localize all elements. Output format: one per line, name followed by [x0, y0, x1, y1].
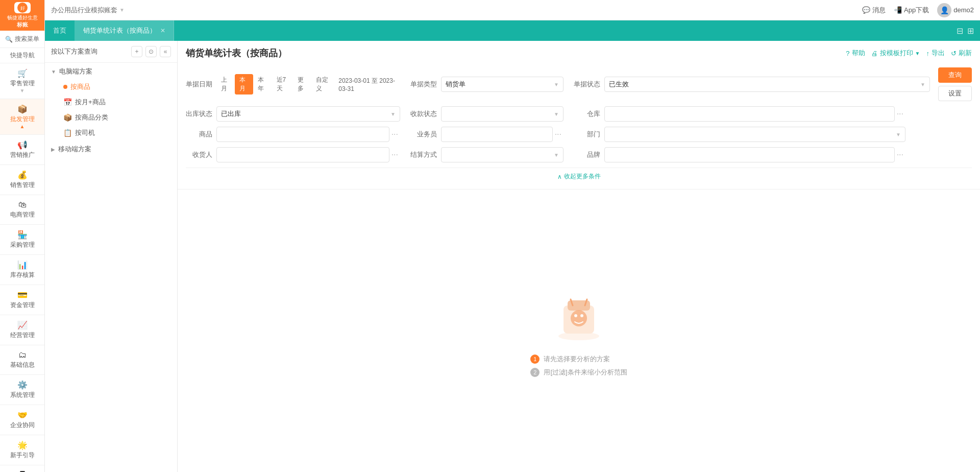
warehouse-input[interactable]	[604, 106, 895, 122]
date-tab-more[interactable]: 更多	[293, 74, 311, 95]
marketing-icon: 📢	[17, 140, 28, 150]
app-download-label: App下载	[904, 6, 929, 15]
msg-button[interactable]: 💬 消息	[862, 6, 886, 15]
export-icon: ↑	[926, 50, 930, 57]
enterprise-icon: 🤝	[17, 410, 28, 420]
query-button[interactable]: 查询	[938, 67, 972, 83]
date-tab-current-month[interactable]: 本月	[235, 74, 253, 95]
date-tab-7days[interactable]: 近7天	[272, 74, 293, 95]
type-label: 单据类型	[410, 80, 441, 89]
tree-children-desktop: 按商品 📅 按月+商品 📦 按商品分类 📋 按司机	[51, 79, 171, 140]
category-icon: 📦	[63, 113, 72, 122]
goods-field: 商品 ···	[186, 127, 400, 142]
sidebar-item-basic[interactable]: 🗂 基础信息	[0, 345, 44, 375]
tip-num-2: 2	[530, 368, 540, 377]
sidebar-search[interactable]: 🔍 搜索菜单	[0, 31, 44, 48]
sidebar-item-ecommerce[interactable]: 🛍 电商管理	[0, 195, 44, 225]
help-button[interactable]: ? 帮助	[846, 49, 865, 58]
out-status-label: 出库状态	[186, 109, 216, 119]
type-select[interactable]: 销货单 ▼	[441, 77, 564, 92]
tree-leaf-by-register[interactable]: 📋 按司机	[61, 125, 171, 140]
panel-title: 按以下方案查询	[51, 47, 97, 56]
active-dot	[63, 85, 67, 89]
collapse-button[interactable]: ∧ 收起更多条件	[186, 168, 972, 185]
status-select[interactable]: 已生效 ▼	[604, 77, 930, 92]
staff-label: 业务员	[410, 130, 441, 139]
date-range: 2023-03-01 至 2023-03-31	[338, 77, 400, 92]
sidebar-item-finance[interactable]: 💳 资金管理	[0, 285, 44, 315]
status-field: 单据状态 已生效 ▼	[574, 77, 930, 92]
app-download-button[interactable]: 📲 App下载	[894, 6, 929, 15]
inventory-label: 库存核算	[10, 271, 35, 279]
sidebar-item-retail[interactable]: 🛒 零售管理 ▼	[0, 63, 44, 99]
warehouse-dots[interactable]: ···	[895, 109, 905, 119]
tree-leaf-by-month-goods[interactable]: 📅 按月+商品	[61, 95, 171, 110]
date-tab-year[interactable]: 本年	[253, 74, 272, 95]
receiver-input[interactable]	[216, 147, 389, 162]
collapse-panel-button[interactable]: «	[160, 46, 171, 57]
search-label: 搜索菜单	[15, 35, 39, 43]
window-buttons: ⊟ ⊞	[957, 26, 980, 36]
sidebar-item-sales[interactable]: 💰 销售管理	[0, 165, 44, 195]
receive-status-select[interactable]: ▼	[441, 106, 564, 122]
tab-home[interactable]: 首页	[45, 20, 75, 41]
tree-group-mobile[interactable]: ▶ 移动端方案	[51, 140, 171, 157]
ecommerce-label: 电商管理	[10, 210, 35, 219]
filter-actions: 查询 设置	[930, 67, 972, 101]
user-area[interactable]: 👤 demo2	[937, 3, 974, 17]
tree-leaf-by-goods[interactable]: 按商品	[61, 79, 171, 95]
tab-home-label: 首页	[53, 26, 66, 35]
print-button[interactable]: 🖨 按模板打印 ▼	[871, 49, 920, 58]
staff-dots[interactable]: ···	[553, 130, 564, 139]
goods-input[interactable]	[216, 127, 389, 142]
sidebar-item-appcenter[interactable]: 📱 应用中心	[0, 465, 44, 472]
tree-group-desktop[interactable]: ▼ 电脑端方案	[51, 63, 171, 79]
header-right: 💬 消息 📲 App下载 👤 demo2	[862, 3, 974, 17]
minimize-button[interactable]: ⊟	[957, 26, 963, 36]
svg-point-6	[574, 314, 577, 317]
sidebar-item-purchase[interactable]: 🏪 采购管理	[0, 225, 44, 255]
refresh-button[interactable]: ↺ 刷新	[951, 49, 972, 58]
sidebar-item-system[interactable]: ⚙️ 系统管理	[0, 375, 44, 405]
tree-leaf-by-category[interactable]: 📦 按商品分类	[61, 110, 171, 125]
sidebar-item-wholesale[interactable]: 📦 批发管理 ▲	[0, 99, 44, 135]
edit-scheme-button[interactable]: ⊙	[145, 46, 157, 57]
finance-label: 资金管理	[10, 301, 35, 310]
tree-node: ▼ 电脑端方案 按商品 📅 按月+商品 📦 按商品分类	[45, 63, 177, 157]
sidebar-item-operation[interactable]: 📈 经营管理	[0, 315, 44, 345]
receive-status-label: 收款状态	[410, 109, 441, 119]
settings-button[interactable]: 设置	[938, 86, 972, 101]
date-tab-last-month[interactable]: 上月	[216, 74, 235, 95]
left-panel: 按以下方案查询 + ⊙ « ▼ 电脑端方案 按商品	[45, 41, 178, 472]
template-selector[interactable]: 办公用品行业模拟账套 ▼	[51, 6, 125, 15]
export-button[interactable]: ↑ 导出	[926, 49, 945, 58]
filter-row-3: 商品 ··· 业务员 ··· 部门 ▼	[186, 127, 972, 142]
add-scheme-button[interactable]: +	[131, 46, 142, 57]
template-arrow: ▼	[119, 7, 125, 13]
refresh-label: 刷新	[959, 49, 972, 58]
tab-report[interactable]: 销货单统计表（按商品） ✕	[75, 20, 174, 41]
sidebar-item-inventory[interactable]: 📊 库存核算	[0, 255, 44, 285]
sidebar-item-enterprise[interactable]: 🤝 企业协同	[0, 405, 44, 435]
receiver-dots[interactable]: ···	[389, 150, 400, 159]
dept-select[interactable]: ▼	[604, 127, 905, 142]
date-tab-custom[interactable]: 自定义	[311, 74, 334, 95]
tab-bar: 首页 销货单统计表（按商品） ✕ ⊟ ⊞	[45, 20, 980, 41]
ecommerce-icon: 🛍	[18, 200, 27, 209]
template-name: 办公用品行业模拟账套	[51, 6, 117, 15]
maximize-button[interactable]: ⊞	[967, 26, 974, 36]
goods-dots[interactable]: ···	[389, 130, 400, 139]
tab-close-icon[interactable]: ✕	[160, 27, 165, 34]
out-status-select[interactable]: 已出库 ▼	[216, 106, 400, 122]
brand-input[interactable]	[604, 147, 895, 162]
payment-select[interactable]: ▼	[441, 147, 564, 162]
brand-dots[interactable]: ···	[895, 150, 905, 159]
sidebar-item-guide[interactable]: 🌟 新手引导	[0, 435, 44, 465]
leaf-label-by-register: 按司机	[75, 128, 95, 137]
receiver-label: 收货人	[186, 150, 216, 159]
staff-input[interactable]	[441, 127, 553, 142]
sidebar-item-marketing[interactable]: 📢 营销推广	[0, 135, 44, 165]
month-goods-icon: 📅	[63, 98, 72, 106]
sidebar-nav[interactable]: 快捷导航	[0, 48, 44, 63]
msg-icon: 💬	[862, 6, 870, 14]
